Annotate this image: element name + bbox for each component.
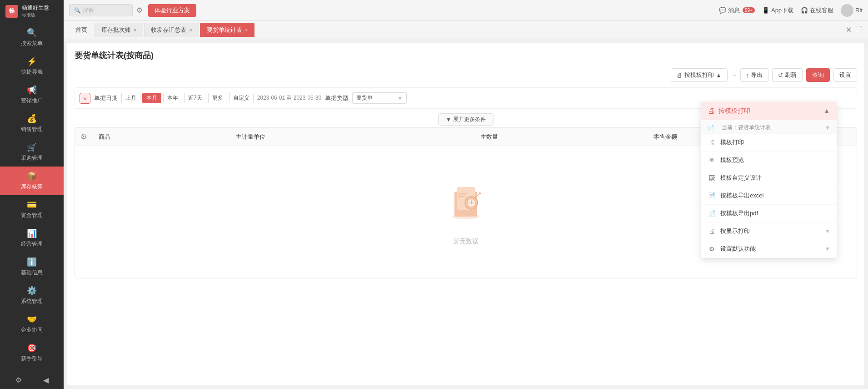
search-icon: 🔍 (27, 28, 37, 38)
logo-icon: 畅 (5, 5, 18, 18)
sidebar-logo: 畅 畅通好生意 标准版 (0, 0, 64, 23)
sidebar-item-inventory[interactable]: 📦 库存核算 (0, 167, 64, 195)
app-download-item[interactable]: 📱 App下载 (762, 6, 793, 15)
type-select[interactable]: 要货单 ▼ (352, 92, 407, 104)
tab-batch-ledger[interactable]: 库存批次账 × (95, 23, 143, 37)
date-custom-btn[interactable]: 自定义 (229, 93, 254, 103)
tabs-bar: 首页 库存批次账 × 收发存汇总表 × 要货单统计表 × ✕ ⛶ (64, 21, 868, 39)
printer-dropdown-icon: 🖨 (708, 107, 715, 115)
sidebar-item-label: 营销推广 (21, 97, 43, 105)
message-badge: 99+ (743, 7, 755, 13)
search-icon: 🔍 (74, 7, 81, 14)
tab-batch-ledger-label: 库存批次账 (101, 26, 131, 34)
marketing-icon: 📢 (27, 85, 37, 95)
sidebar-item-search[interactable]: 🔍 搜索菜单 (0, 23, 64, 52)
filter-expand-btn[interactable]: » (80, 93, 90, 104)
sidebar-item-label: 采购管理 (21, 154, 43, 162)
window-close-icon[interactable]: ✕ (846, 25, 852, 34)
chevron-up-icon: ▲ (716, 72, 722, 79)
sidebar-item-operation[interactable]: 📊 经营管理 (0, 224, 64, 253)
type-select-value: 要货单 (356, 94, 373, 102)
settings-bottom-icon[interactable]: ⚙ (15, 376, 22, 384)
date-filter-group: 上月 本月 本年 近7天 更多 自定义 (121, 93, 254, 103)
sidebar-item-apps[interactable]: 📱 应用中心 (0, 367, 64, 371)
sidebar-item-label: 资金管理 (21, 212, 43, 219)
sidebar-item-label: 基础信息 (21, 269, 43, 277)
table-settings-icon[interactable]: ⚙ (80, 133, 87, 141)
tab-receipt-summary-close[interactable]: × (189, 27, 192, 33)
display-print-arrow-icon: ▼ (825, 228, 830, 234)
sidebar-item-label: 新手引导 (21, 355, 43, 363)
system-icon: ⚙️ (27, 286, 37, 296)
topbar-gear-icon[interactable]: ⚙ (136, 6, 143, 15)
col-product: 商品 (93, 128, 230, 146)
tab-order-stats[interactable]: 要货单统计表 × (200, 23, 254, 37)
sidebar-bottom: ⚙ ◀ (0, 371, 64, 389)
sidebar-item-purchase[interactable]: 🛒 采购管理 (0, 138, 64, 167)
dropdown-close-icon[interactable]: ▲ (823, 107, 830, 115)
dropdown-item-export-excel[interactable]: 📄 按模板导出excel (701, 187, 837, 205)
dropdown-item-set-default[interactable]: ⚙ 设置默认功能 ▼ (701, 240, 837, 258)
date-this-month-btn[interactable]: 本月 (142, 93, 161, 103)
dropdown-item-template-print[interactable]: 🖨 模板打印 (701, 134, 837, 152)
sidebar-item-quick-nav[interactable]: ⚡ 快捷导航 (0, 52, 64, 81)
guide-icon: 🎯 (27, 343, 37, 353)
print-dropdown: 🖨 按模板打印 ▲ 📄 当前：要货单统计表 ▼ 🖨 模板打印 👁 模板预览 🖼 (701, 102, 837, 258)
sales-icon: 💰 (27, 114, 37, 124)
date-more-btn[interactable]: 更多 (208, 93, 227, 103)
chevron-down-icon: ▼ (397, 95, 403, 101)
empty-illustration (443, 178, 489, 223)
topbar-search[interactable]: 🔍 搜索 (69, 4, 133, 16)
sidebar-item-finance[interactable]: 💳 资金管理 (0, 195, 64, 224)
dropdown-item-template-preview[interactable]: 👁 模板预览 (701, 152, 837, 169)
sidebar-item-basic[interactable]: ℹ️ 基础信息 (0, 253, 64, 281)
trial-btn[interactable]: 体验行业方案 (148, 4, 196, 17)
collapse-icon[interactable]: ◀ (43, 376, 49, 384)
message-item[interactable]: 💬 消息 99+ (719, 6, 755, 15)
query-btn[interactable]: 查询 (806, 68, 830, 82)
sidebar-item-label: 经营管理 (21, 240, 43, 248)
set-default-arrow-icon: ▼ (825, 246, 830, 252)
date-last7days-btn[interactable]: 近7天 (184, 93, 206, 103)
date-this-year-btn[interactable]: 本年 (163, 93, 182, 103)
sidebar-item-sales[interactable]: 💰 销售管理 (0, 109, 64, 138)
dropdown-item-display-print[interactable]: 🖨 按显示打印 ▼ (701, 222, 837, 240)
current-icon: 📄 (708, 125, 714, 131)
dropdown-item-export-pdf[interactable]: 📄 按模板导出pdf (701, 205, 837, 222)
settings-btn[interactable]: 设置 (833, 68, 857, 82)
quick-nav-icon: ⚡ (27, 56, 37, 66)
tab-batch-ledger-close[interactable]: × (134, 27, 136, 33)
refresh-btn[interactable]: ↺ 刷新 (772, 68, 803, 82)
expand-more-btn[interactable]: ▼ 展开更多条件 (438, 113, 494, 126)
online-service-item[interactable]: 🎧 在线客服 (801, 6, 833, 15)
export-btn[interactable]: ↑ 导出 (740, 68, 769, 82)
purchase-icon: 🛒 (27, 142, 37, 152)
page-title: 要货单统计表(按商品) (75, 50, 857, 61)
tab-order-stats-close[interactable]: × (245, 27, 248, 33)
date-range-display: 2023-06-01 至 2023-06-30 (257, 94, 321, 102)
date-last-month-btn[interactable]: 上月 (121, 93, 140, 103)
search-placeholder: 搜索 (83, 6, 94, 14)
headset-icon: 🎧 (801, 7, 808, 14)
window-expand-icon[interactable]: ⛶ (855, 25, 863, 34)
sidebar-item-guide[interactable]: 🎯 新手引导 (0, 338, 64, 367)
tab-receipt-summary[interactable]: 收发存汇总表 × (144, 23, 199, 37)
expand-more-icon: ▼ (446, 116, 451, 123)
toolbar-separator-1: ··· (731, 71, 737, 79)
sidebar-item-label: 搜索菜单 (21, 40, 43, 47)
sidebar-item-coop[interactable]: 🤝 企业协同 (0, 310, 64, 338)
export-excel-icon: 📄 (708, 192, 716, 199)
print-btn[interactable]: 🖨 按模板打印 ▲ (671, 68, 728, 82)
dropdown-current: 📄 当前：要货单统计表 ▼ (701, 120, 837, 134)
sidebar-item-label: 快捷导航 (21, 68, 43, 76)
tab-home[interactable]: 首页 (69, 23, 94, 37)
sidebar-item-marketing[interactable]: 📢 营销推广 (0, 81, 64, 109)
template-design-icon: 🖼 (708, 174, 716, 182)
export-icon: ↑ (746, 72, 749, 79)
user-profile[interactable]: Rit (841, 4, 863, 17)
dropdown-item-template-design[interactable]: 🖼 模板自定义设计 (701, 169, 837, 187)
dropdown-header: 🖨 按模板打印 ▲ (701, 102, 837, 120)
refresh-icon: ↺ (778, 72, 783, 79)
col-settings: ⚙ (75, 128, 93, 146)
sidebar-item-system[interactable]: ⚙️ 系统管理 (0, 281, 64, 310)
